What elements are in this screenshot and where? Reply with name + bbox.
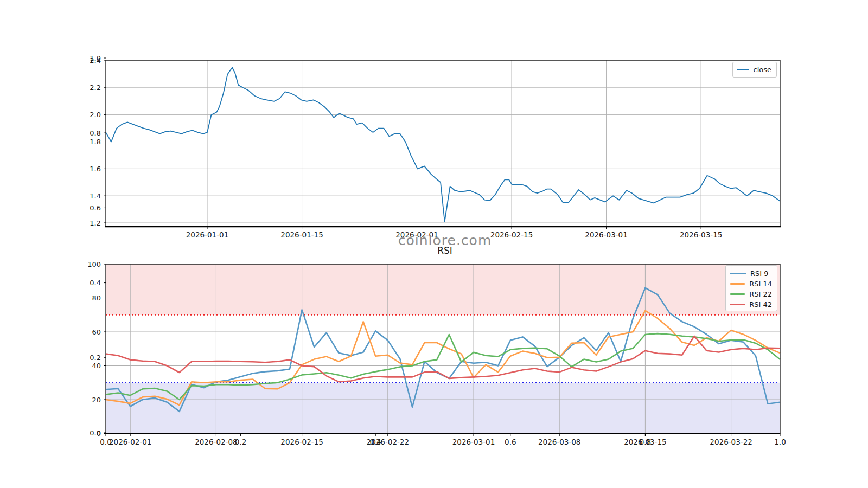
overlay-x-tick-label: 1.0 bbox=[774, 438, 786, 446]
rsi-y-tick-label: 80 bbox=[92, 294, 101, 302]
rsi42-line-swatch bbox=[730, 304, 745, 305]
overlay-x-tick-label: 0.2 bbox=[235, 438, 246, 446]
price-y-tick-label: 2.2 bbox=[90, 84, 101, 92]
rsi-legend-item-rsi14: RSI 14 bbox=[730, 279, 772, 289]
rsi-legend-label-rsi9: RSI 9 bbox=[750, 269, 769, 278]
rsi-x-tick-label: 2026-02-08 bbox=[195, 438, 237, 446]
rsi-x-tick-label: 2026-03-01 bbox=[452, 438, 495, 446]
rsi-y-tick-label: 100 bbox=[87, 260, 101, 268]
rsi9-line-swatch bbox=[730, 273, 746, 274]
rsi-x-tick-label: 2026-02-01 bbox=[109, 438, 151, 446]
price-x-tick-label: 2026-03-15 bbox=[680, 230, 722, 239]
overlay-y-tick-label: 0.4 bbox=[90, 279, 101, 287]
rsi-subplot-title: RSI bbox=[391, 245, 499, 256]
rsi-legend-item-rsi9: RSI 9 bbox=[730, 268, 772, 279]
price-x-tick-label: 2026-01-15 bbox=[280, 230, 323, 239]
rsi-legend: RSI 9 RSI 14 RSI 22 RSI 42 bbox=[725, 265, 777, 311]
rsi-x-tick-label: 2026-03-08 bbox=[538, 438, 580, 446]
rsi-x-tick-label: 2026-02-15 bbox=[280, 438, 323, 446]
chart-figure: 2.42.22.01.81.61.41.22026-01-012026-01-1… bbox=[0, 0, 868, 488]
price-chart: 2.42.22.01.81.61.41.22026-01-012026-01-1… bbox=[90, 56, 781, 239]
price-y-tick-label: 1.2 bbox=[90, 219, 101, 227]
rsi14-line-swatch bbox=[730, 283, 745, 285]
rsi-legend-label-rsi42: RSI 42 bbox=[749, 300, 772, 309]
price-y-tick-label: 1.4 bbox=[90, 192, 101, 200]
price-legend-label-close: close bbox=[754, 66, 771, 74]
rsi-y-tick-label: 40 bbox=[92, 362, 101, 370]
rsi-legend-label-rsi22: RSI 22 bbox=[749, 290, 772, 298]
rsi-legend-label-rsi14: RSI 14 bbox=[749, 280, 772, 288]
rsi42-line bbox=[106, 336, 780, 382]
price-legend: close bbox=[732, 62, 777, 78]
overlay-y-tick-label: 0.0 bbox=[90, 429, 101, 437]
overlay-x-tick-label: 0.0 bbox=[100, 438, 111, 446]
oversold-band bbox=[106, 383, 780, 434]
overlay-x-tick-label: 0.6 bbox=[505, 438, 516, 446]
rsi-legend-item-rsi22: RSI 22 bbox=[730, 289, 772, 299]
overlay-x-tick-label: 0.4 bbox=[369, 438, 381, 446]
close-line-swatch bbox=[737, 69, 749, 70]
rsi-x-tick-label: 2026-03-22 bbox=[710, 438, 752, 446]
overlay-y-tick-label: 0.6 bbox=[90, 204, 101, 212]
price-y-tick-label: 1.8 bbox=[90, 138, 101, 146]
overlay-y-tick-label: 1.0 bbox=[90, 54, 101, 62]
overlay-y-tick-label: 0.8 bbox=[90, 129, 101, 137]
price-x-tick-label: 2026-03-01 bbox=[585, 230, 627, 239]
rsi22-line-swatch bbox=[730, 293, 745, 295]
rsi-y-tick-label: 20 bbox=[92, 396, 101, 404]
price-y-tick-label: 1.6 bbox=[90, 165, 101, 173]
close-price-line bbox=[106, 68, 780, 222]
overlay-x-tick-label: 0.8 bbox=[640, 438, 651, 446]
price-x-tick-label: 2026-01-01 bbox=[186, 230, 228, 239]
rsi-chart: 1008060402002026-02-012026-02-082026-02-… bbox=[87, 260, 780, 446]
rsi-legend-item-rsi42: RSI 42 bbox=[730, 299, 772, 310]
price-y-tick-label: 2.0 bbox=[90, 111, 101, 119]
rsi-y-tick-label: 60 bbox=[92, 328, 101, 336]
price-legend-item-close: close bbox=[737, 65, 771, 74]
overbought-band bbox=[106, 264, 780, 315]
overlay-y-tick-label: 0.2 bbox=[90, 354, 101, 362]
